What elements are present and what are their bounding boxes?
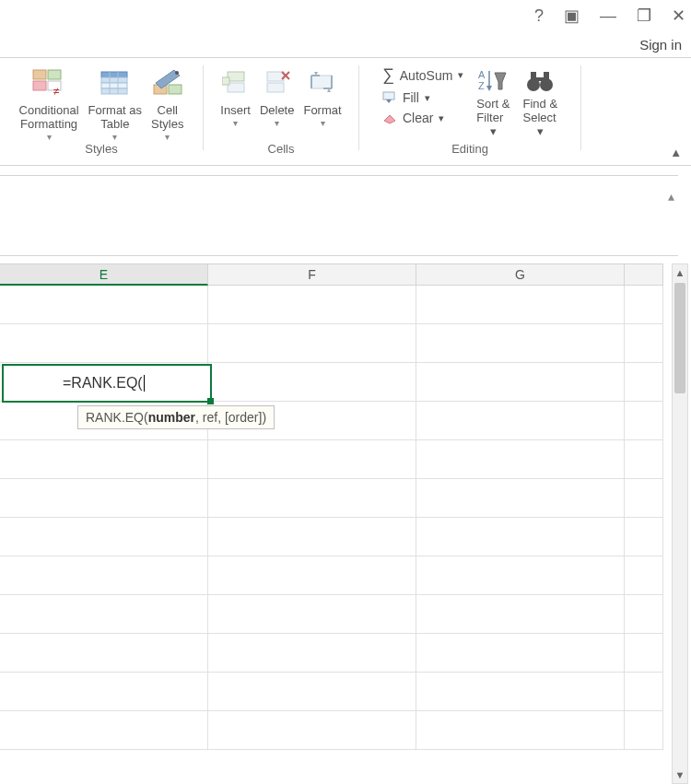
sort-filter-button[interactable]: AZ Sort & Filter ▾ — [476, 65, 509, 138]
cell[interactable] — [0, 440, 208, 479]
chevron-down-icon: ▾ — [490, 124, 497, 138]
cell[interactable] — [208, 363, 416, 402]
cell[interactable] — [625, 402, 663, 440]
delete-cells-icon — [264, 65, 291, 102]
table-row — [0, 324, 669, 363]
cell[interactable] — [208, 673, 416, 711]
conditional-formatting-button[interactable]: ≠ Conditional Formatting ▾ — [19, 65, 79, 142]
function-tooltip[interactable]: RANK.EQ(number, ref, [order]) — [77, 405, 275, 429]
cell[interactable] — [625, 479, 663, 518]
cell[interactable] — [0, 324, 208, 363]
cell[interactable] — [416, 440, 625, 479]
cell[interactable] — [0, 479, 208, 518]
cell[interactable] — [208, 518, 416, 556]
svg-rect-2 — [33, 81, 46, 90]
column-header[interactable] — [625, 263, 663, 286]
cell[interactable] — [625, 634, 663, 673]
cell[interactable] — [416, 402, 625, 440]
close-icon[interactable]: ✕ — [672, 6, 685, 26]
scroll-up-icon[interactable]: ▲ — [673, 264, 687, 281]
editing-stacked-buttons: ∑ AutoSum ▾ Fill ▾ Clear ▾ — [382, 65, 463, 125]
cell[interactable] — [208, 479, 416, 518]
cell[interactable] — [416, 595, 625, 634]
table-row — [0, 673, 669, 711]
cell[interactable] — [625, 556, 663, 595]
format-as-table-button[interactable]: Format as Table ▾ — [88, 65, 143, 142]
expand-formula-bar-icon[interactable]: ▴ — [668, 189, 674, 204]
find-select-button[interactable]: Find & Select ▾ — [522, 65, 557, 138]
text-cursor — [144, 375, 145, 392]
cell[interactable] — [208, 324, 416, 363]
cell[interactable] — [416, 286, 625, 324]
formula-bar[interactable]: ▴ — [0, 175, 678, 256]
ribbon: ≠ Conditional Formatting ▾ Format as Tab… — [0, 57, 691, 166]
cell[interactable] — [0, 595, 208, 634]
chevron-down-icon: ▾ — [425, 92, 430, 104]
cell[interactable] — [208, 286, 416, 324]
cell[interactable] — [625, 363, 663, 402]
cell[interactable] — [416, 324, 625, 363]
active-cell[interactable]: =RANK.EQ( — [2, 364, 212, 403]
help-icon[interactable]: ? — [534, 6, 544, 26]
cell[interactable] — [416, 634, 625, 673]
ribbon-group-label: Cells — [204, 142, 358, 156]
ribbon-display-options-icon[interactable]: ▣ — [564, 6, 580, 26]
sort-filter-icon: AZ — [478, 65, 508, 97]
sign-in-link[interactable]: Sign in — [639, 37, 682, 53]
spreadsheet-grid: EFG =RANK.EQ( RANK.EQ(number, ref, [orde… — [0, 263, 669, 784]
scroll-thumb[interactable] — [674, 283, 685, 393]
format-button[interactable]: Format ▾ — [303, 65, 341, 128]
minimize-icon[interactable]: — — [600, 6, 616, 26]
collapse-ribbon-icon[interactable]: ▲ — [670, 146, 682, 159]
cell[interactable] — [0, 556, 208, 595]
cell-styles-button[interactable]: Cell Styles ▾ — [151, 65, 183, 142]
vertical-scrollbar[interactable]: ▲ ▼ — [672, 263, 688, 784]
cell[interactable] — [416, 556, 625, 595]
clear-button[interactable]: Clear ▾ — [382, 111, 463, 125]
rows-container — [0, 286, 669, 750]
cell[interactable] — [625, 286, 663, 324]
cell[interactable] — [416, 518, 625, 556]
cell[interactable] — [625, 711, 663, 750]
cell[interactable] — [0, 673, 208, 711]
column-header[interactable]: G — [416, 263, 625, 286]
cell[interactable] — [625, 673, 663, 711]
cell[interactable] — [208, 634, 416, 673]
cell[interactable] — [0, 518, 208, 556]
cell[interactable] — [416, 479, 625, 518]
fill-label: Fill — [403, 90, 419, 105]
cell[interactable] — [208, 556, 416, 595]
eraser-icon — [382, 111, 397, 124]
cell[interactable] — [0, 286, 208, 324]
delete-button[interactable]: Delete ▾ — [260, 65, 295, 128]
cell[interactable] — [625, 440, 663, 479]
fill-button[interactable]: Fill ▾ — [382, 90, 463, 105]
cell[interactable] — [416, 673, 625, 711]
cell[interactable] — [625, 595, 663, 634]
cell[interactable] — [208, 440, 416, 479]
fill-handle[interactable] — [207, 398, 214, 404]
sigma-icon: ∑ — [382, 65, 394, 85]
chevron-down-icon: ▾ — [321, 118, 325, 129]
svg-rect-34 — [531, 72, 536, 81]
column-headers: EFG — [0, 263, 669, 286]
svg-marker-30 — [486, 86, 492, 91]
table-row — [0, 556, 669, 595]
cell[interactable] — [625, 324, 663, 363]
cell[interactable] — [208, 595, 416, 634]
cell[interactable] — [416, 363, 625, 402]
scroll-down-icon[interactable]: ▼ — [673, 766, 687, 783]
cell[interactable] — [416, 711, 625, 750]
cell[interactable] — [625, 518, 663, 556]
cell[interactable] — [0, 634, 208, 673]
svg-rect-14 — [228, 72, 244, 81]
column-header[interactable]: F — [208, 263, 416, 286]
insert-button[interactable]: Insert ▾ — [220, 65, 251, 128]
restore-icon[interactable]: ❐ — [637, 6, 651, 26]
cell[interactable] — [208, 711, 416, 750]
autosum-button[interactable]: ∑ AutoSum ▾ — [382, 65, 463, 85]
column-header[interactable]: E — [0, 263, 208, 286]
insert-cells-icon — [222, 65, 250, 102]
cell[interactable] — [0, 711, 208, 750]
autosum-label: AutoSum — [400, 68, 453, 83]
